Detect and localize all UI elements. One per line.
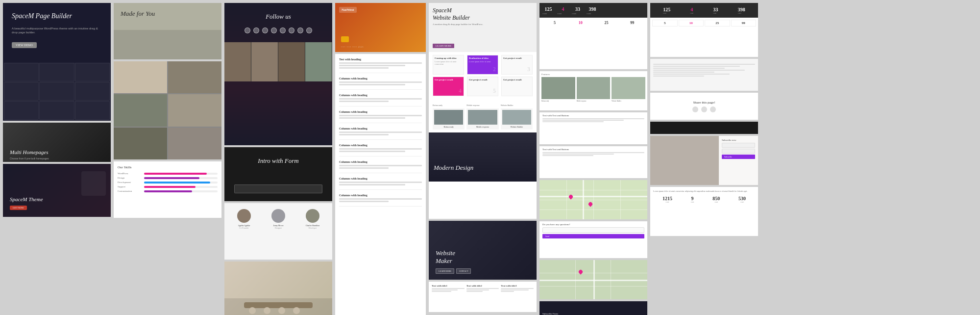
- map-pin: [578, 269, 583, 274]
- counter-cell: 10: [679, 20, 704, 26]
- facebook-share-icon[interactable]: [692, 106, 698, 112]
- map-grid-line: [593, 180, 594, 219]
- counter-group-4: 398 count: [738, 7, 745, 14]
- text-btn-title: Text with Text and Buttons: [542, 114, 644, 117]
- stat-cell: 10: [568, 20, 593, 26]
- website-maker-panel: Website Maker LEARN MORE CONTACT: [429, 221, 537, 280]
- text-col-line: [432, 288, 465, 289]
- natwest-chip: [341, 36, 349, 42]
- multi-homepages-subtitle: Choose from 6 pre-built homepages: [10, 157, 49, 160]
- grid-cell: [4, 63, 39, 81]
- team-cards: Retina ready Mobile response Website Bui…: [433, 108, 533, 130]
- counter-header: 125 count 4 count 33 count 398 count: [650, 3, 758, 18]
- twitter-icon[interactable]: [253, 27, 259, 33]
- subscribe-form-email[interactable]: [722, 149, 755, 154]
- content-line: [339, 115, 422, 116]
- linkedin-icon[interactable]: [297, 27, 303, 33]
- counter-sub-label: count: [738, 12, 745, 14]
- builder-team: Retina ready Mobile response Website Bui…: [429, 101, 537, 132]
- subscribe-photo-panel: Subscribe now Subscribe: [650, 136, 758, 185]
- team-card: Mobile response: [466, 108, 498, 130]
- gray-line: [653, 72, 714, 73]
- team-panel: Agatha Aguilar Co-Founder Jenny Moore De…: [224, 203, 332, 260]
- team-member: Jenny Moore Designer: [263, 209, 294, 229]
- counter-cell-number: 5: [654, 21, 676, 25]
- content-line: [339, 148, 422, 150]
- rss-icon[interactable]: [289, 27, 294, 33]
- instagram-icon[interactable]: [271, 27, 277, 33]
- text-col-2: Text with title2: [466, 285, 499, 309]
- modern-design-section: Modern Design: [429, 132, 537, 182]
- questions-panel: Do you have any questions? Send: [539, 221, 647, 258]
- text-cols-bottom-panel: Text with title1 Text with title2 Text w…: [429, 282, 537, 312]
- stat-number-highlight: 4: [557, 6, 569, 12]
- retina-labels: Retina ready Mobile response Website Bui…: [541, 100, 645, 102]
- facebook-icon[interactable]: [245, 27, 250, 33]
- stat-cell-number: 5: [543, 21, 566, 25]
- twitter-share-icon[interactable]: [701, 106, 707, 112]
- office-chair: [278, 307, 285, 314]
- photo-cell: [114, 128, 167, 159]
- subscribe-form-btn[interactable]: Subscribe: [722, 155, 755, 159]
- google-plus-icon[interactable]: [262, 27, 268, 33]
- questions-input[interactable]: [542, 227, 644, 233]
- content-line: [339, 101, 389, 102]
- subscribe-form-input[interactable]: [722, 143, 755, 148]
- google-share-icon[interactable]: [710, 106, 716, 112]
- section-title: Columns with heading: [339, 177, 422, 180]
- content-line: [339, 182, 422, 183]
- stat-label: count: [542, 12, 554, 15]
- text-btns-panel-1: Text with Text and Buttons: [539, 112, 647, 144]
- photo-strip-cell: [278, 42, 305, 81]
- skills-panel: Our Skills WordPress Design Development …: [114, 161, 221, 218]
- avatar: [306, 209, 319, 223]
- content-section: Columns with heading: [339, 160, 422, 173]
- map-panel-1[interactable]: [539, 180, 647, 219]
- photo-strip-cell: [224, 42, 251, 81]
- youtube-icon[interactable]: [306, 27, 312, 33]
- bottom-stat-label: count: [738, 201, 746, 203]
- step-number: 3: [527, 66, 530, 73]
- page-builder-title: SpaceM Page Builder: [12, 12, 72, 21]
- text-col-line: [466, 289, 490, 290]
- photo-strip-cell: [305, 42, 332, 81]
- office-chair: [264, 307, 270, 314]
- website-maker-btns: LEARN MORE CONTACT: [436, 268, 471, 274]
- counter-cell: 5: [652, 20, 678, 26]
- retina-labels-row: Retina ready Mobile response Website Bui…: [433, 104, 533, 106]
- content-line: [339, 131, 422, 133]
- content-section: Test with heading: [339, 58, 422, 73]
- page-builder-demo-btn[interactable]: VIEW DEMO: [12, 42, 37, 48]
- section-title: Columns with heading: [339, 160, 422, 163]
- skill-row: WordPress: [118, 172, 218, 175]
- questions-submit-btn[interactable]: Send: [542, 234, 644, 238]
- content-line: [339, 81, 422, 83]
- spacem-theme-btn[interactable]: GET NOW: [10, 206, 27, 210]
- text-btns-panel-2: Text with Text and Buttons: [539, 146, 647, 178]
- bottom-stat-number: 850: [712, 196, 720, 201]
- subscribe-panel: Subscribe Form Subscribe: [539, 301, 647, 315]
- learn-more-btn[interactable]: LEARN MORE: [436, 268, 454, 274]
- counter-group-1: 125 count: [663, 7, 670, 14]
- team-card-image: [502, 110, 531, 125]
- multi-homepages-panel: Multi Homepages Choose from 6 pre-built …: [3, 123, 111, 162]
- bottom-stat-number: 530: [738, 196, 746, 201]
- grid-cell: [75, 101, 110, 120]
- step-card-title: Get project result: [435, 79, 462, 81]
- map-panel-2[interactable]: [539, 260, 647, 299]
- skill-bar-bg: [144, 186, 218, 188]
- contact-btn[interactable]: CONTACT: [456, 268, 471, 274]
- skill-label: Design: [118, 177, 142, 179]
- builder-label: Website Builder: [501, 104, 533, 106]
- gray-line: [653, 70, 745, 71]
- column-7: 125 count 4 count 33 count 398 count: [650, 3, 758, 312]
- bottom-stat-1: 1215 count: [662, 196, 672, 203]
- team-card-name: Mobile response: [468, 126, 497, 128]
- intro-form-input[interactable]: [234, 184, 322, 193]
- retina-image-1: [541, 77, 575, 99]
- pinterest-icon[interactable]: [280, 27, 286, 33]
- builder-learn-more-btn[interactable]: LEARN MORE: [433, 44, 454, 48]
- counter-number: 398: [738, 7, 745, 12]
- natwest-card-number: •••• •••• •••• 4521: [341, 46, 364, 48]
- questions-title: Do you have any questions?: [542, 223, 644, 226]
